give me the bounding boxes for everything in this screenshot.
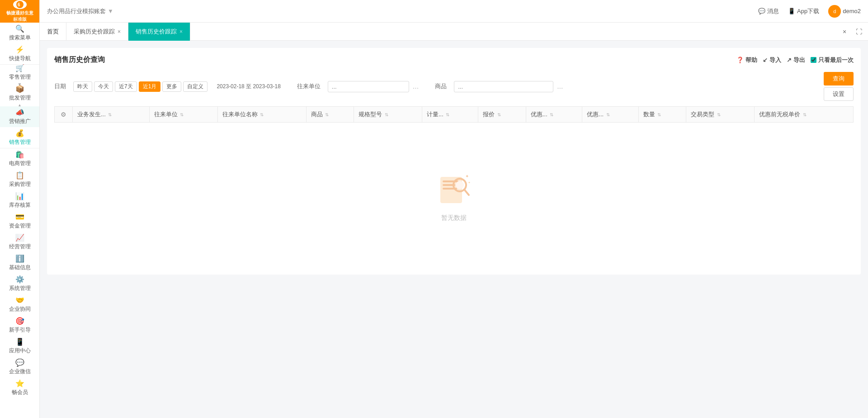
col-partner-name[interactable]: 往来单位名称 ⇅ bbox=[217, 107, 306, 123]
tab-sales-history-label: 销售历史价跟踪 bbox=[136, 28, 177, 36]
table-header: ⚙ 业务发生... ⇅ 往来单位 ⇅ 往来单位名称 ⇅ bbox=[55, 107, 854, 123]
message-button[interactable]: 💬 消息 bbox=[758, 7, 779, 15]
sidebar-item-search-menu[interactable]: 🔍 搜索菜单 bbox=[0, 23, 39, 43]
col-spec[interactable]: 规格型号 ⇅ bbox=[354, 107, 422, 123]
sidebar-item-basic-info[interactable]: ℹ️ 基础信息 bbox=[0, 252, 39, 273]
source-unit-input[interactable] bbox=[328, 81, 409, 92]
sidebar-item-retail-mgmt[interactable]: 🛒 零售管理 ▼ bbox=[0, 65, 39, 86]
tab-purchase-history[interactable]: 采购历史价跟踪 × bbox=[66, 23, 128, 41]
corp-wechat-icon: 💬 bbox=[15, 358, 24, 367]
help-button[interactable]: ❓ 帮助 bbox=[736, 56, 757, 64]
col-goods-label: 商品 bbox=[311, 111, 323, 118]
sidebar-label-corp-wechat: 企业微信 bbox=[9, 368, 31, 375]
only-last-checkbox[interactable]: 只看最后一次 bbox=[811, 56, 854, 64]
date-btn-1month[interactable]: 近1月 bbox=[139, 81, 161, 92]
enterprise-icon: 🤝 bbox=[15, 296, 24, 304]
sidebar-label-retail: 零售管理 bbox=[9, 73, 31, 81]
col-biz-date[interactable]: 业务发生... ⇅ bbox=[73, 107, 150, 123]
fullscreen-button[interactable]: ⛶ bbox=[854, 26, 864, 37]
sidebar-item-guide[interactable]: 🎯 新手引导 bbox=[0, 315, 39, 336]
retail-icon: 🛒 bbox=[15, 64, 24, 72]
tabbar: 首页 采购历史价跟踪 × 销售历史价跟踪 × × ⛶ bbox=[40, 23, 868, 41]
topbar-right: 💬 消息 📱 App下载 d demo2 bbox=[758, 5, 861, 18]
inventory-icon: 📊 bbox=[15, 192, 24, 200]
sidebar-item-ecommerce[interactable]: 🛍️ 电商管理 bbox=[0, 148, 39, 169]
sidebar: 6 畅捷通好生意 标准版 🔍 搜索菜单 ⚡ 快捷导航 🛒 零售管理 ▼ 📦 批发… bbox=[0, 0, 40, 418]
sidebar-item-inventory[interactable]: 📊 库存核算 bbox=[0, 190, 39, 211]
user-avatar: d bbox=[828, 5, 841, 18]
membership-icon: ⭐ bbox=[15, 379, 24, 388]
user-menu[interactable]: d demo2 bbox=[828, 5, 861, 18]
sidebar-item-purchase[interactable]: 📋 采购管理 bbox=[0, 169, 39, 190]
goods-label: 商品 bbox=[435, 82, 447, 90]
tab-home[interactable]: 首页 bbox=[40, 23, 66, 41]
col-partner-code-label: 往来单位 bbox=[154, 111, 178, 118]
settings-button[interactable]: 设置 bbox=[824, 87, 854, 101]
col-trade-type[interactable]: 交易类型 ⇅ bbox=[686, 107, 755, 123]
source-unit-dots-icon[interactable]: ... bbox=[413, 82, 419, 90]
col-unit[interactable]: 计量... ⇅ bbox=[422, 107, 478, 123]
app-download-button[interactable]: 📱 App下载 bbox=[788, 7, 819, 15]
sidebar-item-operations[interactable]: 📈 经营管理 bbox=[0, 232, 39, 252]
sidebar-item-enterprise[interactable]: 🤝 企业协同 bbox=[0, 294, 39, 315]
empty-cell: ✦ ✦ 暂无数据 bbox=[55, 123, 854, 268]
sidebar-item-membership[interactable]: ⭐ 畅会员 bbox=[0, 377, 39, 398]
date-btn-today[interactable]: 今天 bbox=[94, 81, 113, 92]
only-last-input[interactable] bbox=[811, 57, 816, 63]
goods-input[interactable] bbox=[454, 81, 553, 92]
sidebar-label-basic-info: 基础信息 bbox=[9, 264, 31, 271]
sidebar-item-quick-nav[interactable]: ⚡ 快捷导航 bbox=[0, 43, 39, 64]
col-quoted-price[interactable]: 报价 ⇅ bbox=[478, 107, 526, 123]
sidebar-label-marketing: 营销推广 bbox=[9, 118, 31, 125]
import-label: 导入 bbox=[769, 56, 781, 64]
tab-sales-history[interactable]: 销售历史价跟踪 × bbox=[128, 23, 190, 41]
app-name: 畅捷通好生意 bbox=[6, 10, 33, 16]
export-button[interactable]: ↗ 导出 bbox=[787, 56, 805, 64]
col-pre-tax-price[interactable]: 优惠前无税单价 ⇅ bbox=[755, 107, 854, 123]
account-dropdown[interactable]: 办公用品行业模拟账套 ▼ bbox=[47, 7, 113, 15]
close-all-tabs-button[interactable]: × bbox=[839, 26, 850, 37]
goods-dots-icon[interactable]: ... bbox=[557, 82, 563, 90]
col-discount2[interactable]: 优惠... ⇅ bbox=[582, 107, 638, 123]
import-button[interactable]: ↙ 导入 bbox=[763, 56, 781, 64]
gear-icon[interactable]: ⚙ bbox=[61, 111, 66, 118]
download-label: App下载 bbox=[797, 7, 819, 15]
col-gear[interactable]: ⚙ bbox=[55, 107, 73, 123]
col-goods[interactable]: 商品 ⇅ bbox=[306, 107, 354, 123]
date-btn-custom[interactable]: 自定义 bbox=[183, 81, 208, 92]
sort-trade-type-icon: ⇅ bbox=[717, 112, 721, 117]
col-discount1[interactable]: 优惠... ⇅ bbox=[526, 107, 582, 123]
sidebar-item-wholesale-mgmt[interactable]: 📦 批发管理 ▲ bbox=[0, 86, 39, 106]
date-range-display: 2023-02-18 至 2023-03-18 bbox=[217, 83, 280, 90]
logo-icon: 6 bbox=[13, 0, 27, 9]
app-logo[interactable]: 6 畅捷通好生意 标准版 bbox=[0, 0, 39, 23]
search-button[interactable]: 查询 bbox=[824, 72, 854, 86]
sidebar-item-corp-wechat[interactable]: 💬 企业微信 bbox=[0, 356, 39, 377]
tab-purchase-close-icon[interactable]: × bbox=[118, 28, 121, 35]
empty-text: 暂无数据 bbox=[441, 214, 467, 222]
sidebar-item-sales-mgmt[interactable]: 💰 销售管理 bbox=[0, 127, 39, 148]
col-quoted-price-label: 报价 bbox=[483, 111, 495, 118]
source-unit-input-group: ... bbox=[328, 81, 419, 92]
sales-icon: 💰 bbox=[15, 129, 24, 138]
sort-discount2-icon: ⇅ bbox=[606, 112, 610, 117]
help-icon: ❓ bbox=[736, 57, 744, 63]
message-label: 消息 bbox=[767, 7, 779, 15]
sidebar-item-app-center[interactable]: 📱 应用中心 bbox=[0, 336, 39, 356]
sidebar-label-finance: 资金管理 bbox=[9, 222, 31, 230]
date-btn-more[interactable]: 更多 bbox=[162, 81, 181, 92]
ecommerce-icon: 🛍️ bbox=[15, 150, 24, 159]
sort-partner-name-icon: ⇅ bbox=[260, 112, 264, 117]
tab-sales-close-icon[interactable]: × bbox=[179, 28, 183, 35]
sort-spec-icon: ⇅ bbox=[385, 112, 388, 117]
svg-text:6: 6 bbox=[18, 2, 20, 7]
date-btn-7days[interactable]: 近7天 bbox=[115, 81, 137, 92]
col-quantity[interactable]: 数量 ⇅ bbox=[638, 107, 686, 123]
basic-info-icon: ℹ️ bbox=[15, 254, 24, 263]
sidebar-item-marketing[interactable]: 📣 营销推广 bbox=[0, 106, 39, 127]
sidebar-item-system[interactable]: ⚙️ 系统管理 bbox=[0, 273, 39, 294]
page-header: 销售历史价查询 ❓ 帮助 ↙ 导入 ↗ 导出 bbox=[54, 55, 854, 65]
col-partner-code[interactable]: 往来单位 ⇅ bbox=[149, 107, 217, 123]
sidebar-item-finance[interactable]: 💳 资金管理 bbox=[0, 211, 39, 232]
date-btn-yesterday[interactable]: 昨天 bbox=[73, 81, 92, 92]
